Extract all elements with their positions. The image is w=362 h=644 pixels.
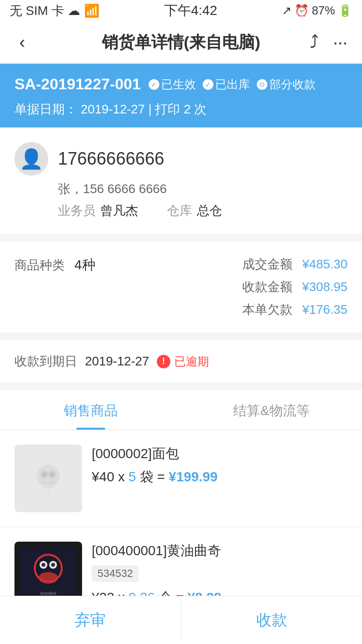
svg-point-4 (50, 473, 54, 476)
collect-payment-button[interactable]: 收款 (181, 600, 362, 641)
status-time: 下午4:42 (164, 1, 218, 20)
order-number: SA-20191227-001 (14, 75, 141, 93)
avatar: 👤 (14, 142, 48, 176)
order-date: 2019-12-27 (81, 102, 145, 116)
location-icon: ↗ (282, 4, 292, 17)
badge-shipped-label: 已出库 (215, 77, 250, 92)
stats-section: 商品种类 4种 成交金额 ¥485.30 收款金额 ¥308.95 本单欠款 ¥… (0, 241, 362, 333)
cancel-review-button[interactable]: 弃审 (0, 600, 181, 641)
bottom-bar: 弃审 收款 (0, 596, 362, 644)
more-icon[interactable]: ··· (333, 32, 348, 53)
product-image-1: + (14, 445, 82, 512)
stats-left: 商品种类 4种 (14, 256, 96, 274)
check-icon-1: ✓ (149, 79, 159, 90)
svg-point-12 (51, 563, 55, 567)
customer-section: 👤 17666666666 张，156 6666 6666 业务员 曾凡杰 仓库… (0, 127, 362, 234)
owed-row: 本单欠款 ¥176.35 (242, 301, 348, 318)
salesperson-label: 业务员 (58, 202, 96, 219)
tab-sales-products[interactable]: 销售商品 (0, 390, 181, 430)
back-button[interactable]: ‹ (14, 28, 30, 57)
customer-row: 👤 17666666666 (14, 142, 348, 176)
share-icon[interactable]: ⤴ (310, 32, 319, 53)
tab-settlement[interactable]: 结算&物流等 (181, 390, 362, 430)
badge-shipped: ✓ 已出库 (203, 77, 250, 92)
warehouse-label: 仓库 (167, 202, 192, 219)
product-price-row-1: ¥40 x 5 袋 = ¥199.99 (92, 468, 348, 486)
svg-point-0 (37, 465, 60, 488)
status-badges: ✓ 已生效 ✓ 已出库 ⊙ 部分收款 (149, 77, 316, 92)
svg-point-3 (42, 473, 46, 476)
status-right: ↗ ⏰ 87% 🔋 (282, 4, 352, 17)
nav-actions: ⤴ ··· (310, 32, 348, 53)
banner-row1: SA-20191227-001 ✓ 已生效 ✓ 已出库 ⊙ 部分收款 (14, 75, 348, 93)
battery-icon: 🔋 (338, 4, 352, 17)
due-section: 收款到期日 2019-12-27 ! 已逾期 (0, 340, 362, 382)
product-info-1: [0000002]面包 ¥40 x 5 袋 = ¥199.99 (92, 445, 348, 486)
overdue-icon: ! (157, 355, 170, 368)
product-name-2: [000400001]黄油曲奇 (92, 542, 348, 560)
product-tabs: 销售商品 结算&物流等 (0, 390, 362, 430)
battery-label: 87% (312, 4, 335, 17)
badge-partial: ⊙ 部分收款 (257, 77, 316, 92)
date-label: 单据日期： (14, 102, 77, 116)
badge-effective: ✓ 已生效 (149, 77, 196, 92)
product-list: + [0000002]面包 ¥40 x 5 袋 = ¥199.99 (0, 430, 362, 624)
svg-text:branded: branded (40, 591, 56, 596)
due-date: 2019-12-27 (85, 354, 149, 369)
product-price-1: ¥40 (92, 469, 114, 484)
badge-effective-label: 已生效 (161, 77, 196, 92)
product-total-1: ¥199.99 (169, 469, 218, 484)
due-label: 收款到期日 (14, 353, 77, 370)
order-header-banner: SA-20191227-001 ✓ 已生效 ✓ 已出库 ⊙ 部分收款 单据日期：… (0, 64, 362, 127)
product-equal-1: = (157, 469, 168, 484)
svg-point-11 (42, 563, 45, 567)
page-title: 销货单详情(来自电脑) (102, 31, 261, 54)
received-label: 收款金额 (242, 279, 292, 295)
received-row: 收款金额 ¥308.95 (242, 279, 348, 295)
product-quantity-1: 5 (128, 469, 136, 484)
product-item: + [0000002]面包 ¥40 x 5 袋 = ¥199.99 (0, 430, 362, 527)
overdue-badge: ! 已逾期 (157, 354, 209, 369)
nav-bar: ‹ 销货单详情(来自电脑) ⤴ ··· (0, 21, 362, 64)
clock-icon: ⊙ (257, 79, 267, 90)
sim-label: 无 SIM 卡 ☁ (10, 2, 80, 19)
transaction-label: 成交金额 (242, 256, 292, 273)
svg-point-8 (39, 572, 58, 584)
salesperson-value: 曾凡杰 (100, 202, 138, 219)
customer-meta: 业务员 曾凡杰 仓库 总仓 (58, 202, 348, 219)
stats-right: 成交金额 ¥485.30 收款金额 ¥308.95 本单欠款 ¥176.35 (242, 256, 348, 318)
avatar-icon: 👤 (19, 148, 43, 170)
salesperson-item: 业务员 曾凡杰 (58, 202, 138, 219)
product-unit-1: 袋 (140, 469, 153, 484)
received-value: ¥308.95 (302, 280, 348, 294)
status-bar: 无 SIM 卡 ☁ 📶 下午4:42 ↗ ⏰ 87% 🔋 (0, 0, 362, 21)
category-label: 商品种类 (14, 257, 65, 274)
wifi-icon: 📶 (84, 3, 99, 18)
print-text: | 打印 2 次 (148, 102, 207, 116)
warehouse-value: 总仓 (197, 202, 222, 219)
product-sku-2: 534532 (92, 565, 139, 582)
transaction-row: 成交金额 ¥485.30 (242, 256, 348, 273)
badge-partial-label: 部分收款 (269, 77, 316, 92)
owed-label: 本单欠款 (242, 301, 292, 318)
overdue-text: 已逾期 (174, 354, 209, 369)
customer-detail: 张，156 6666 6666 (58, 181, 348, 197)
product-multiply-1: x (118, 469, 129, 484)
check-icon-2: ✓ (203, 79, 213, 90)
transaction-value: ¥485.30 (302, 257, 348, 272)
alarm-icon: ⏰ (294, 4, 309, 17)
product-name-1: [0000002]面包 (92, 445, 348, 463)
warehouse-item: 仓库 总仓 (167, 202, 222, 219)
banner-date-row: 单据日期： 2019-12-27 | 打印 2 次 (14, 101, 348, 118)
product-placeholder-icon-1: + (29, 459, 68, 498)
customer-id: 17666666666 (58, 149, 164, 169)
owed-value: ¥176.35 (302, 302, 348, 317)
category-value: 4种 (74, 256, 96, 274)
svg-text:+: + (47, 489, 50, 494)
status-left: 无 SIM 卡 ☁ 📶 (10, 2, 99, 19)
